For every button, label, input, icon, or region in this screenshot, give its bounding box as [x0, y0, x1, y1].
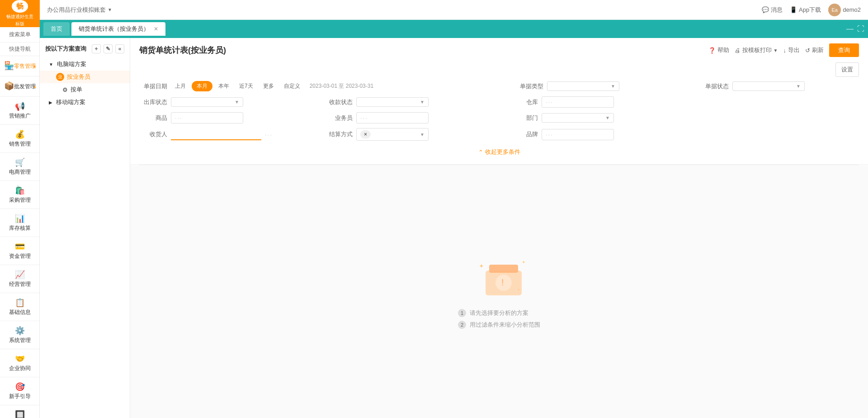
doc-status-control: ▼ [732, 81, 859, 91]
finance-icon: 💳 [15, 242, 25, 252]
tree-item-mobile[interactable]: ▶ 移动端方案 [40, 96, 130, 109]
filter-row-2: 出库状态 ▼ 收款状态 ▼ [139, 96, 859, 108]
doc-type-control[interactable]: ▼ [547, 81, 683, 91]
export-button[interactable]: ↓ 导出 [783, 46, 800, 54]
user-menu[interactable]: Ea demo2 [828, 4, 861, 16]
date-btn-custom[interactable]: 自定义 [280, 81, 304, 92]
tab-sales-stats[interactable]: 销货单统计表（按业务员） ✕ [71, 22, 165, 36]
warehouse-control: ··· [542, 96, 668, 108]
consignee-label: 收货人 [139, 130, 171, 138]
payment-label: 结算方式 [325, 130, 356, 138]
header-right: 💬 消息 📱 App下载 Ea demo2 [762, 4, 861, 16]
payment-select[interactable]: × ▼ [356, 128, 429, 141]
svg-rect-1 [489, 265, 518, 273]
sidebar-quick-nav[interactable]: 快捷导航 [0, 43, 39, 56]
tree-item-desktop[interactable]: ▼ 电脑端方案 [40, 58, 130, 71]
goods-select[interactable]: ··· [171, 112, 243, 124]
sidebar-item-wholesale[interactable]: 📦 批发管理 [0, 76, 39, 97]
receipt-status-select[interactable]: ▼ [356, 97, 429, 107]
date-group: 上月 本月 本年 近7天 更多 自定义 2023-03-01 至 2023-03… [171, 81, 373, 92]
system-icon: ⚙️ [15, 326, 25, 336]
tree-desktop-section: ▼ 电脑端方案 业 按业务员 ⚙ 按单 ▶ 移动端方案 [40, 56, 130, 110]
tab-home[interactable]: 首页 [43, 22, 70, 36]
tab-close-button[interactable]: ✕ [154, 26, 158, 32]
page-title: 销货单统计表(按业务员) [139, 45, 226, 56]
sidebar-item-system[interactable]: ⚙️ 系统管理 [0, 321, 39, 349]
department-select[interactable]: ▼ [542, 113, 614, 123]
purchase-icon: 🛍️ [15, 185, 25, 195]
tabbar-actions: — ⛶ [846, 25, 864, 33]
header-dropdown[interactable]: 办公用品行业模拟账套 ▼ [47, 6, 112, 14]
sidebar-item-purchase[interactable]: 🛍️ 采购管理 [0, 181, 39, 209]
payment-tag-close[interactable]: × [364, 131, 367, 138]
app-logo: 畅 畅捷通好生意 标版 [0, 0, 40, 27]
sidebar-search[interactable]: 搜索菜单 [0, 27, 39, 43]
date-range-display: 2023-03-01 至 2023-03-31 [310, 82, 373, 90]
basic-icon: 📋 [15, 298, 25, 308]
warehouse-select[interactable]: ··· [542, 96, 614, 108]
out-status-select[interactable]: ▼ [171, 97, 243, 107]
print-button[interactable]: 🖨 按模板打印 ▼ [735, 46, 778, 54]
date-control: 上月 本月 本年 近7天 更多 自定义 2023-03-01 至 2023-03… [171, 81, 497, 92]
refresh-button[interactable]: ↺ 刷新 [805, 46, 824, 54]
doc-status-select[interactable]: ▼ [732, 81, 805, 91]
collapse-filters-button[interactable]: ⌃ 收起更多条件 [139, 145, 859, 161]
tree-subitem-by-salesman[interactable]: 业 按业务员 [40, 71, 130, 83]
sidebar-item-enterprise[interactable]: 🤝 企业协同 [0, 349, 39, 377]
sidebar-item-ecommerce[interactable]: 🛒 电商管理 [0, 153, 39, 181]
message-button[interactable]: 💬 消息 [762, 6, 783, 14]
app-download-button[interactable]: 📱 App下载 [790, 6, 821, 14]
sidebar-item-newbie[interactable]: 🎯 新手引导 [0, 377, 39, 405]
message-icon: 💬 [762, 6, 769, 13]
collapse-panel-button[interactable]: « [115, 44, 124, 53]
add-scheme-button[interactable]: + [92, 44, 101, 53]
department-control: ▼ [542, 113, 668, 123]
sidebar-item-basic[interactable]: 📋 基础信息 [0, 293, 39, 321]
tree-subitem-by-order[interactable]: ⚙ 按单 [40, 83, 130, 96]
empty-state: ! ✦ ✦ ✦ 1 请先选择要分析的方案 2 用过滤条件来缩小分析范围 [130, 165, 868, 418]
brand-label: 品牌 [510, 130, 542, 138]
header: 办公用品行业模拟账套 ▼ 💬 消息 📱 App下载 Ea demo2 [40, 0, 868, 20]
filter-row-4: 收货人 ··· 结算方式 × ▼ [139, 128, 859, 141]
sidebar-item-apps[interactable]: 🔲 应用中心 [0, 405, 39, 418]
left-panel-header: 按以下方案查询 + ✎ « [40, 42, 130, 56]
filter-row-1: 单据日期 上月 本月 本年 近7天 更多 自定义 2023-03-01 至 20… [139, 81, 859, 92]
date-btn-this-year[interactable]: 本年 [214, 81, 233, 92]
newbie-icon: 🎯 [15, 382, 25, 392]
consignee-input[interactable] [171, 129, 261, 140]
date-btn-last-month[interactable]: 上月 [171, 81, 190, 92]
tab-maximize-icon[interactable]: ⛶ [857, 25, 864, 33]
department-arrow-icon: ▼ [605, 115, 610, 120]
tip-num-2: 2 [458, 321, 466, 329]
refresh-icon: ↺ [805, 47, 810, 54]
doc-status-label: 单据状态 [701, 82, 732, 90]
left-panel: 按以下方案查询 + ✎ « ▼ 电脑端方案 业 按业务员 ⚙ 按单 [40, 38, 130, 418]
receipt-status-control: ▼ [356, 97, 492, 107]
sidebar-item-marketing[interactable]: 📢 营销推广 [0, 97, 39, 125]
payment-arrow-icon: ▼ [420, 132, 425, 137]
settings-button[interactable]: 设置 [835, 62, 859, 77]
doc-type-arrow-icon: ▼ [611, 84, 615, 89]
sidebar-item-operations[interactable]: 📈 经营管理 [0, 265, 39, 293]
sidebar-item-retail[interactable]: 🏪 零售管理 [0, 56, 39, 76]
tab-minimize-icon[interactable]: — [846, 25, 854, 33]
avatar: Ea [828, 4, 841, 16]
brand-select[interactable]: ··· [542, 129, 614, 140]
salesman-select[interactable]: ··· [356, 112, 429, 124]
svg-text:✦: ✦ [522, 260, 525, 265]
edit-scheme-button[interactable]: ✎ [104, 44, 113, 53]
date-btn-more[interactable]: 更多 [259, 81, 278, 92]
out-status-control: ▼ [171, 97, 307, 107]
filter-row-3: 商品 ··· 业务员 ··· 部门 [139, 112, 859, 124]
date-btn-this-month[interactable]: 本月 [192, 81, 212, 91]
sidebar-item-sales[interactable]: 💰 销售管理 [0, 125, 39, 153]
sidebar-item-inventory[interactable]: 📊 库存核算 [0, 209, 39, 237]
inventory-icon: 📊 [15, 214, 25, 223]
header-left: 办公用品行业模拟账套 ▼ [47, 6, 112, 14]
sidebar-item-finance[interactable]: 💳 资金管理 [0, 237, 39, 265]
query-button[interactable]: 查询 [829, 43, 859, 57]
operations-icon: 📈 [15, 270, 25, 280]
doc-type-select[interactable]: ▼ [547, 81, 619, 91]
help-button[interactable]: ❓ 帮助 [708, 46, 729, 54]
date-btn-7days[interactable]: 近7天 [235, 81, 257, 92]
